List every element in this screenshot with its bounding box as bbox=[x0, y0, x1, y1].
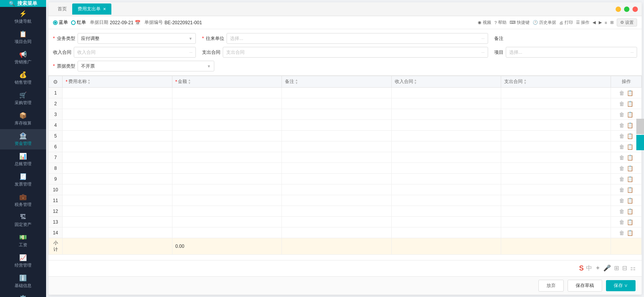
cell-remark[interactable] bbox=[282, 98, 392, 109]
cell-remark[interactable] bbox=[282, 174, 392, 184]
sidebar-item-accounting[interactable]: 📊 总账管理 bbox=[0, 149, 46, 170]
cell-expense-contract[interactable] bbox=[501, 195, 611, 206]
copy-row-icon[interactable]: 📋 bbox=[627, 208, 633, 214]
cell-amount[interactable] bbox=[172, 141, 282, 152]
sidebar-item-purchase[interactable]: 🛒 采购管理 bbox=[0, 88, 46, 109]
radio-red[interactable]: 红单 bbox=[71, 19, 86, 26]
cell-expense-name[interactable] bbox=[63, 163, 172, 174]
nav-prev-btn[interactable]: ◀ bbox=[593, 20, 596, 25]
cell-expense-contract[interactable] bbox=[501, 163, 611, 174]
expense-contract-input[interactable]: 支出合同 ··· bbox=[223, 47, 488, 58]
cell-expense-name[interactable] bbox=[63, 184, 172, 195]
sort-remark[interactable]: 备注 ▲▼ bbox=[285, 78, 388, 85]
sidebar-item-operations[interactable]: 📈 经营管理 bbox=[0, 251, 46, 271]
history-btn[interactable]: 🕐 历史单据 bbox=[533, 20, 556, 25]
counterpart-dots-icon[interactable]: ··· bbox=[481, 37, 484, 41]
cell-income-contract[interactable] bbox=[391, 217, 501, 227]
cell-income-contract[interactable] bbox=[391, 206, 501, 217]
cell-amount[interactable] bbox=[172, 152, 282, 163]
cell-amount[interactable] bbox=[172, 217, 282, 227]
help-btn[interactable]: ? 帮助 bbox=[494, 20, 506, 25]
cell-amount[interactable] bbox=[172, 109, 282, 120]
print-btn[interactable]: 🖨 打印 bbox=[559, 20, 573, 25]
bottom-grid-icon[interactable]: ⊟ bbox=[622, 264, 627, 272]
save-button[interactable]: 保存 ∨ bbox=[606, 280, 636, 291]
sidebar-item-sales[interactable]: 💰 销售管理 bbox=[0, 68, 46, 88]
cell-expense-name[interactable] bbox=[63, 217, 172, 227]
cell-remark[interactable] bbox=[282, 227, 392, 238]
cell-remark[interactable] bbox=[282, 217, 392, 227]
business-type-select[interactable]: 应付调整 ▼ bbox=[78, 33, 196, 44]
copy-row-icon[interactable]: 📋 bbox=[627, 197, 633, 204]
cell-amount[interactable] bbox=[172, 98, 282, 109]
sidebar-item-tax[interactable]: 💼 税务管理 bbox=[0, 190, 46, 211]
cell-remark[interactable] bbox=[282, 88, 392, 98]
cell-expense-contract[interactable] bbox=[501, 184, 611, 195]
copy-row-icon[interactable]: 📋 bbox=[627, 165, 633, 171]
delete-row-icon[interactable]: 🗑 bbox=[619, 111, 624, 118]
cell-remark[interactable] bbox=[282, 206, 392, 217]
cell-amount[interactable] bbox=[172, 195, 282, 206]
cell-amount[interactable] bbox=[172, 206, 282, 217]
tab-home[interactable]: 首页 bbox=[52, 3, 72, 15]
cell-expense-contract[interactable] bbox=[501, 227, 611, 238]
cell-amount[interactable] bbox=[172, 184, 282, 195]
view-grid-btn[interactable]: ⊞ bbox=[610, 20, 614, 25]
sidebar-item-project[interactable]: 📋 项目合同 bbox=[0, 27, 46, 48]
close-button[interactable] bbox=[632, 7, 638, 12]
cell-income-contract[interactable] bbox=[391, 131, 501, 141]
copy-row-icon[interactable]: 📋 bbox=[627, 144, 633, 150]
delete-row-icon[interactable]: 🗑 bbox=[619, 230, 624, 236]
cell-remark[interactable] bbox=[282, 131, 392, 141]
bottom-microphone-icon[interactable]: 🎤 bbox=[603, 264, 611, 272]
cell-amount[interactable] bbox=[172, 227, 282, 238]
discard-button[interactable]: 放弃 bbox=[538, 280, 564, 292]
copy-row-icon[interactable]: 📋 bbox=[627, 133, 633, 139]
cell-income-contract[interactable] bbox=[391, 163, 501, 174]
cell-income-contract[interactable] bbox=[391, 195, 501, 206]
cell-expense-contract[interactable] bbox=[501, 141, 611, 152]
sidebar-item-basic[interactable]: ℹ️ 基础信息 bbox=[0, 271, 46, 292]
cell-expense-name[interactable] bbox=[63, 131, 172, 141]
copy-row-icon[interactable]: 📋 bbox=[627, 90, 633, 96]
delete-row-icon[interactable]: 🗑 bbox=[619, 165, 624, 171]
cell-amount[interactable] bbox=[172, 131, 282, 141]
sidebar-item-capital[interactable]: 🏦 资金管理 bbox=[0, 129, 46, 149]
invoice-type-select[interactable]: 不开票 ▼ bbox=[78, 61, 214, 71]
income-contract-dots-icon[interactable]: ··· bbox=[189, 50, 192, 55]
cell-amount[interactable] bbox=[172, 163, 282, 174]
tab-expense[interactable]: 费用支出单 ✕ bbox=[72, 3, 111, 15]
shortcut-btn[interactable]: ⌨ 快捷键 bbox=[510, 20, 530, 25]
copy-row-icon[interactable]: 📋 bbox=[627, 176, 633, 182]
cell-expense-contract[interactable] bbox=[501, 88, 611, 98]
copy-row-icon[interactable]: 📋 bbox=[627, 122, 633, 128]
cell-expense-name[interactable] bbox=[63, 227, 172, 238]
view-list-btn[interactable]: ≡ bbox=[605, 20, 607, 25]
save-draft-button[interactable]: 保存草稿 bbox=[568, 280, 602, 292]
bottom-icon-2[interactable]: ✦ bbox=[595, 264, 600, 272]
income-contract-input[interactable]: 收入合同 ··· bbox=[74, 47, 196, 58]
settings-button[interactable]: ⚙ 设置 bbox=[617, 18, 637, 27]
copy-row-icon[interactable]: 📋 bbox=[627, 154, 633, 161]
cell-amount[interactable] bbox=[172, 120, 282, 131]
expense-contract-dots-icon[interactable]: ··· bbox=[481, 50, 484, 55]
copy-row-icon[interactable]: 📋 bbox=[627, 101, 633, 107]
cell-remark[interactable] bbox=[282, 184, 392, 195]
cell-expense-name[interactable] bbox=[63, 174, 172, 184]
copy-row-icon[interactable]: 📋 bbox=[627, 111, 633, 118]
maximize-button[interactable] bbox=[624, 7, 629, 12]
delete-row-icon[interactable]: 🗑 bbox=[619, 122, 624, 128]
copy-row-icon[interactable]: 📋 bbox=[627, 187, 633, 193]
counterpart-input[interactable]: 选择... ··· bbox=[227, 33, 488, 44]
cell-expense-contract[interactable] bbox=[501, 131, 611, 141]
cell-income-contract[interactable] bbox=[391, 98, 501, 109]
sidebar-header[interactable]: 🔍 搜索菜单 bbox=[0, 0, 46, 7]
minimize-button[interactable] bbox=[616, 7, 621, 12]
sidebar-item-assets[interactable]: 🏗 固定资产 bbox=[0, 211, 46, 231]
cell-expense-name[interactable] bbox=[63, 120, 172, 131]
sidebar-item-inventory[interactable]: 📦 库存核算 bbox=[0, 109, 46, 129]
copy-row-icon[interactable]: 📋 bbox=[627, 219, 633, 225]
cell-expense-contract[interactable] bbox=[501, 109, 611, 120]
project-dots-icon[interactable]: ··· bbox=[631, 50, 634, 55]
cell-income-contract[interactable] bbox=[391, 174, 501, 184]
